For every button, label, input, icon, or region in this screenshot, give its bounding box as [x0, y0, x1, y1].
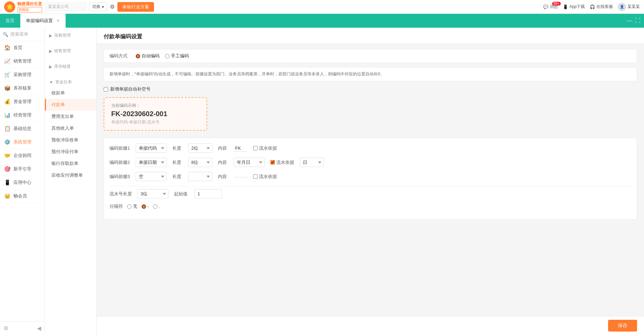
content-area: 付款单编码设置 编码方式 自动编码 手工编码 新增单据时，*单据编码 [97, 28, 644, 335]
system-icon: ⚙️ [4, 139, 11, 145]
separator-none-radio[interactable]: 无 [127, 203, 137, 210]
auto-code-radio-input[interactable] [136, 54, 140, 58]
separator-row: 分隔符 无 - . [109, 203, 631, 210]
content-body: 编码方式 自动编码 手工编码 新增单据时，*单据编码*自动生成，不可编辑。前缀设… [97, 44, 644, 316]
guide-icon: 🎯 [4, 166, 11, 172]
serial-start-input[interactable] [194, 189, 222, 198]
sidebar-item-member[interactable]: 👑 畅会员 [0, 189, 45, 203]
prefix2-select[interactable]: 单据日期 空 [136, 158, 167, 167]
submenu-item-ap-adjustment[interactable]: 应收应付调整单 [45, 169, 96, 181]
submenu-group-capital: ▼ 资金往来 收款单 付款单 费用支出单 其他收入单 预收冲应收单 预付冲应付单… [45, 74, 96, 184]
submenu-item-payment[interactable]: 付款单 [45, 99, 96, 111]
submenu-item-other-income[interactable]: 其他收入单 [45, 122, 96, 134]
sidebar-item-system[interactable]: ⚙️ 系统管理 [0, 136, 45, 149]
search-icon: 🔍 [3, 32, 8, 37]
auto-fill-label: 新增单据自动补空号 [110, 86, 151, 92]
switch-dropdown[interactable]: 切换 ▾ [89, 2, 107, 11]
tab-home[interactable]: 首页 [0, 14, 20, 28]
top-bar-left: 🌟 畅捷通好生意 旗舰版 某某某公司 切换 ▾ ⚙ 体验行业方案 [4, 1, 154, 12]
code-mode-radio-group: 自动编码 手工编码 [136, 53, 189, 59]
nav-tabs: 首页 单据编码设置 ✕ — ⛶ [0, 14, 644, 28]
prefix1-length-select[interactable]: 2位 3位 4位 [188, 143, 212, 153]
sidebar-item-purchase[interactable]: 🛒 采购管理 [0, 68, 45, 82]
manual-code-radio[interactable]: 手工编码 [165, 53, 189, 59]
submenu-group-purchase: ▶ 采购管理 [45, 28, 96, 43]
minimize-icon[interactable]: — [627, 18, 632, 24]
sidebar-item-finance[interactable]: 💰 资金管理 [0, 95, 45, 109]
prefix3-label: 编码前缀3 [109, 174, 130, 180]
submenu-item-prepay-payable[interactable]: 预付冲应付单 [45, 146, 96, 158]
prefix3-select[interactable]: 空 单据代码 单据日期 [136, 172, 167, 181]
prefix2-serial-unit-select[interactable]: 日 月 年 [300, 158, 324, 167]
company-selector[interactable]: 某某某公司 [45, 2, 86, 11]
bottom-bar: 保存 [97, 316, 644, 335]
prefix2-length-select[interactable]: 8位 6位 4位 [188, 158, 212, 167]
separator-dot-radio[interactable]: . [153, 204, 160, 209]
sidebar-item-inventory[interactable]: 📦 库存核算 [0, 82, 45, 95]
submenu-group-inventory-title[interactable]: ▶ 库存核算 [45, 62, 96, 72]
tab-code-settings[interactable]: 单据编码设置 ✕ [20, 14, 66, 28]
maximize-icon[interactable]: ⛶ [635, 18, 641, 24]
submenu-group-inventory: ▶ 库存核算 [45, 59, 96, 74]
settings-bottom-icon[interactable]: ⚙ [3, 325, 8, 332]
auto-fill-checkbox[interactable] [104, 87, 108, 92]
manual-code-radio-input[interactable] [165, 54, 170, 58]
app-download-button[interactable]: 📱 App下载 [563, 4, 585, 10]
separator-dash-radio[interactable]: - [142, 204, 149, 209]
sidebar-item-enterprise[interactable]: 🤝 企业协同 [0, 149, 45, 162]
prefix2-label: 编码前缀2 [109, 159, 130, 166]
settings-icon[interactable]: ⚙ [110, 3, 115, 10]
experience-button[interactable]: 体验行业方案 [117, 2, 154, 12]
prefix2-content-select[interactable]: 年月日 年月 [234, 158, 265, 167]
prefix2-serial-checkbox[interactable]: 流水依据 [270, 159, 294, 166]
submenu-item-prepay-receivable[interactable]: 预收冲应收单 [45, 134, 96, 146]
serial-start-label: 起始值 [174, 191, 188, 197]
submenu-group-capital-title[interactable]: ▼ 资金往来 [45, 77, 96, 87]
collapse-sidebar-icon[interactable]: ◀ [37, 325, 41, 332]
prefix3-serial-checkbox[interactable]: 流水依据 [253, 174, 277, 180]
prefix1-content-value: FK [234, 145, 248, 152]
prefix3-row: 编码前缀3 空 单据代码 单据日期 长度 内容 流水依据 [109, 172, 631, 181]
chevron-down-icon: ▾ [102, 4, 104, 9]
code-mode-label: 编码方式 [109, 53, 130, 59]
sidebar-item-basic[interactable]: 📋 基础信息 [0, 122, 45, 136]
close-tab-icon[interactable]: ✕ [56, 18, 60, 23]
service-icon: 🎧 [590, 4, 595, 9]
prefix2-row: 编码前缀2 单据日期 空 长度 8位 6位 4位 内容 年月日 年月 [109, 158, 631, 167]
search-menu[interactable]: 🔍 搜索菜单 [0, 28, 45, 41]
prefix1-select[interactable]: 单据代码 空 [136, 143, 167, 153]
message-button[interactable]: 💬 消息 99+ [543, 4, 558, 10]
code-example-sub: 单据代码-单据日期-流水号 [111, 119, 200, 125]
prefix1-serial-checkbox[interactable]: 流水依据 [253, 145, 277, 151]
save-button[interactable]: 保存 [608, 320, 637, 332]
submenu-item-expense[interactable]: 费用支出单 [45, 111, 96, 122]
page-title: 付款单编码设置 [104, 33, 637, 40]
home-icon: 🏠 [4, 45, 11, 51]
sidebar-item-operations[interactable]: 📊 经营管理 [0, 109, 45, 122]
submenu-item-bank-deposit[interactable]: 银行存取款单 [45, 158, 96, 169]
sidebar-item-home[interactable]: 🏠 首页 [0, 41, 45, 55]
submenu-group-purchase-title[interactable]: ▶ 采购管理 [45, 30, 96, 40]
arrow-right-icon: ▶ [49, 33, 52, 38]
sidebar-item-apps[interactable]: 📱 应用中心 [0, 176, 45, 189]
user-menu[interactable]: 👤 某某某 [618, 3, 640, 11]
code-mode-section: 编码方式 自动编码 手工编码 [104, 49, 637, 63]
serial-length-select[interactable]: 3位 4位 5位 [137, 189, 169, 198]
left-sidebar: 🔍 搜索菜单 🏠 首页 📈 销售管理 🛒 采购管理 📦 库存核算 💰 资金管理 … [0, 28, 45, 335]
auto-code-radio[interactable]: 自动编码 [136, 53, 160, 59]
sidebar-item-guide[interactable]: 🎯 新手引导 [0, 162, 45, 176]
code-example-label: 当前编码示例： [111, 103, 200, 109]
submenu-group-sales-title[interactable]: ▶ 销售管理 [45, 46, 96, 56]
divider [109, 186, 631, 186]
sidebar-item-sales[interactable]: 📈 销售管理 [0, 55, 45, 68]
submenu-item-receipt[interactable]: 收款单 [45, 87, 96, 99]
prefix3-content-value [234, 176, 248, 177]
code-example-box: 当前编码示例： FK-20230602-001 单据代码-单据日期-流水号 [104, 97, 207, 131]
code-example-value: FK-20230602-001 [111, 110, 200, 118]
serial-length-label: 流水号长度 [109, 191, 132, 197]
prefix3-length-select[interactable] [188, 172, 212, 181]
finance-icon: 💰 [4, 99, 11, 105]
online-service-button[interactable]: 🎧 在线客服 [590, 4, 613, 10]
serial-row: 流水号长度 3位 4位 5位 起始值 [109, 189, 631, 198]
inventory-icon: 📦 [4, 85, 11, 91]
